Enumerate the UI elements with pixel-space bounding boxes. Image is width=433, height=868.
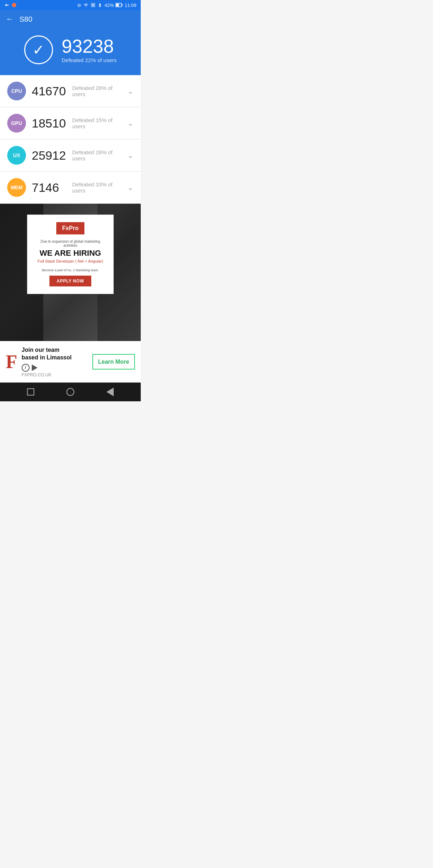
status-bar: ⊖ 42% 11:09 (0, 0, 141, 10)
gpu-chevron-icon: ⌄ (127, 119, 134, 128)
mem-chevron-icon: ⌄ (127, 183, 134, 192)
ux-label: UX (13, 152, 20, 158)
cpu-score: 41670 (32, 84, 68, 98)
battery-icon (115, 3, 123, 7)
battery-percent: 42% (104, 3, 114, 8)
ad-role-text: Full Stack Developer (.Net + Angular) (38, 259, 103, 263)
svg-point-0 (12, 3, 16, 7)
score-section: ✓ 93238 Defeated 22% of users (0, 28, 141, 75)
score-check-circle: ✓ (24, 35, 53, 64)
cpu-label: CPU (11, 88, 22, 94)
ux-badge: UX (7, 146, 26, 165)
app-icon-2 (12, 3, 17, 8)
status-right: ⊖ 42% 11:09 (77, 3, 136, 8)
banner-title: Join our team based in Limassol i (22, 346, 88, 372)
ux-chevron-icon: ⌄ (127, 151, 134, 160)
benchmark-item-cpu[interactable]: CPU 41670 Defeated 26% of users ⌄ (0, 75, 141, 107)
airplane-icon (97, 3, 102, 8)
page-title: S80 (19, 15, 32, 23)
ad-become-text: Become a part of no. 1 Marketing team. (42, 268, 99, 272)
play-icon (32, 364, 38, 371)
gpu-label: GPU (11, 120, 22, 126)
nav-home-icon[interactable] (66, 388, 74, 396)
ad-subtext: Due to expansion of global marketing act… (34, 239, 107, 247)
cpu-badge: CPU (7, 82, 26, 100)
ad-hiring-text: WE ARE HIRING (40, 249, 101, 258)
info-icon: i (22, 364, 30, 372)
back-button[interactable]: ← (6, 14, 14, 24)
score-subtitle: Defeated 22% of users (62, 57, 117, 63)
svg-rect-5 (116, 4, 119, 7)
mem-badge: MEM (7, 178, 26, 197)
mem-label: MEM (11, 185, 23, 190)
learn-more-button[interactable]: Learn More (92, 354, 135, 370)
ad-card[interactable]: FxPro Due to expansion of global marketi… (27, 215, 114, 294)
gpu-score: 18510 (32, 116, 68, 130)
ux-defeated: Defeated 26% of users (72, 149, 124, 161)
benchmark-item-ux[interactable]: UX 25912 Defeated 26% of users ⌄ (0, 139, 141, 172)
cpu-defeated: Defeated 26% of users (72, 85, 124, 97)
banner-text-block: Join our team based in Limassol i FXPRO.… (22, 346, 88, 377)
main-score: 93238 (62, 37, 117, 56)
benchmark-list: CPU 41670 Defeated 26% of users ⌄ GPU 18… (0, 75, 141, 204)
time-display: 11:09 (124, 3, 136, 8)
status-left (4, 3, 75, 8)
benchmark-item-gpu[interactable]: GPU 18510 Defeated 15% of users ⌄ (0, 107, 141, 139)
app-icon-1 (4, 3, 9, 8)
mem-score: 7146 (32, 181, 68, 195)
ux-score: 25912 (32, 148, 68, 163)
apply-now-button[interactable]: APPLY NOW (49, 276, 91, 286)
fxpro-logo: FxPro (56, 222, 84, 234)
benchmark-item-mem[interactable]: MEM 7146 Defeated 33% of users ⌄ (0, 172, 141, 204)
nav-bar (0, 383, 141, 401)
ad-section[interactable]: FxPro Due to expansion of global marketi… (0, 204, 141, 341)
banner-domain: FXPRO.CO.UK (22, 372, 88, 377)
check-icon: ✓ (32, 43, 45, 57)
simcard-icon (91, 3, 96, 7)
bottom-banner[interactable]: F Join our team based in Limassol i FXPR… (0, 341, 141, 383)
banner-action-icons: i (22, 364, 38, 372)
minus-icon: ⊖ (77, 3, 81, 8)
score-info: 93238 Defeated 22% of users (62, 37, 117, 63)
nav-back-icon[interactable] (106, 388, 114, 396)
wifi-icon (83, 3, 89, 7)
nav-recents-icon[interactable] (27, 388, 34, 396)
mem-defeated: Defeated 33% of users (72, 181, 124, 194)
header: ← S80 (0, 10, 141, 28)
f-letter-logo: F (6, 353, 17, 371)
gpu-defeated: Defeated 15% of users (72, 117, 124, 129)
cpu-chevron-icon: ⌄ (127, 87, 134, 95)
gpu-badge: GPU (7, 114, 26, 133)
svg-rect-4 (122, 4, 123, 6)
banner-title-text: Join our team based in Limassol (22, 346, 72, 362)
